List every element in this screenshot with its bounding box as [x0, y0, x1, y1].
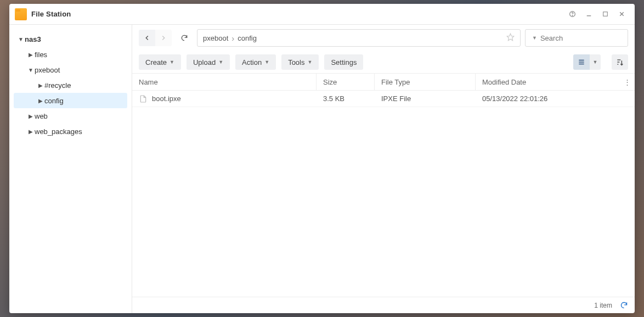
sidebar-item-files[interactable]: ▶ files	[14, 47, 127, 62]
forward-button[interactable]	[155, 30, 172, 46]
help-button[interactable]	[564, 7, 580, 22]
sidebar-item-pxeboot[interactable]: ▼ pxeboot	[14, 62, 127, 77]
svg-rect-3	[603, 12, 607, 16]
file-name: boot.ipxe	[152, 94, 181, 103]
maximize-button[interactable]	[597, 7, 613, 22]
file-list: boot.ipxe 3.5 KB IPXE File 05/13/2022 22…	[132, 91, 635, 297]
chevron-right-icon: ▶	[37, 82, 44, 88]
button-label: Upload	[193, 58, 216, 66]
sidebar-item-label: config	[44, 97, 64, 105]
main-panel: pxeboot › config ▼ Create ▼	[132, 25, 635, 313]
column-menu-button[interactable]: ⋮	[619, 74, 635, 90]
star-icon[interactable]	[506, 33, 515, 43]
chevron-right-icon: ▶	[37, 98, 44, 104]
reload-button[interactable]	[176, 30, 193, 46]
chevron-down-icon: ▼	[27, 67, 35, 73]
svg-marker-6	[507, 34, 514, 41]
file-station-window: File Station ▼ nas3 ▶ files ▼ p	[9, 4, 635, 313]
sidebar-item-label: web_packages	[35, 127, 82, 136]
chevron-down-icon: ▼	[17, 36, 25, 42]
view-dropdown-button[interactable]: ▼	[590, 54, 601, 70]
chevron-down-icon: ▼	[218, 59, 223, 65]
sidebar: ▼ nas3 ▶ files ▼ pxeboot ▶ #recycle ▶ co…	[9, 25, 132, 313]
button-label: Settings	[331, 58, 357, 66]
svg-point-1	[572, 15, 573, 16]
column-header-type[interactable]: File Type	[375, 74, 476, 90]
file-type: IPXE File	[375, 94, 476, 103]
window-body: ▼ nas3 ▶ files ▼ pxeboot ▶ #recycle ▶ co…	[9, 25, 635, 313]
upload-button[interactable]: Upload ▼	[187, 54, 230, 70]
sidebar-item-label: pxeboot	[35, 66, 60, 74]
action-button[interactable]: Action ▼	[235, 54, 276, 70]
sidebar-item-config[interactable]: ▶ config	[14, 93, 127, 108]
column-header-date[interactable]: Modified Date	[476, 74, 619, 90]
create-button[interactable]: Create ▼	[139, 54, 181, 70]
navbar: pxeboot › config ▼	[132, 25, 635, 51]
sidebar-item-recycle[interactable]: ▶ #recycle	[14, 77, 127, 93]
button-label: Create	[145, 58, 167, 66]
close-button[interactable]	[614, 7, 629, 22]
chevron-right-icon: ▶	[27, 129, 35, 135]
toolbar: Create ▼ Upload ▼ Action ▼ Tools ▼ Setti…	[132, 51, 635, 73]
list-view-button[interactable]	[573, 54, 590, 70]
chevron-down-icon: ▼	[308, 59, 313, 65]
button-label: Tools	[288, 58, 304, 66]
chevron-right-icon: ›	[231, 34, 234, 43]
tree-root[interactable]: ▼ nas3	[14, 31, 127, 47]
sidebar-item-label: files	[35, 51, 47, 59]
tree-root-label: nas3	[25, 35, 41, 43]
file-icon	[139, 94, 148, 103]
titlebar: File Station	[9, 4, 635, 25]
sidebar-item-label: #recycle	[44, 81, 71, 90]
table-row[interactable]: boot.ipxe 3.5 KB IPXE File 05/13/2022 22…	[132, 91, 635, 107]
column-header-size[interactable]: Size	[317, 74, 375, 90]
search-input[interactable]	[540, 34, 632, 42]
back-button[interactable]	[139, 30, 155, 46]
sidebar-item-label: web	[35, 112, 48, 120]
minimize-button[interactable]	[581, 7, 596, 22]
chevron-down-icon: ▼	[170, 59, 174, 65]
chevron-down-icon[interactable]: ▼	[532, 35, 537, 41]
sidebar-item-web-packages[interactable]: ▶ web_packages	[14, 124, 127, 139]
sort-button[interactable]	[612, 54, 628, 70]
item-count: 1 item	[594, 302, 612, 309]
settings-button[interactable]: Settings	[324, 54, 363, 70]
button-label: Action	[242, 58, 262, 66]
column-header-name[interactable]: Name	[132, 74, 317, 90]
search-box[interactable]: ▼	[525, 29, 628, 47]
chevron-right-icon: ▶	[27, 52, 35, 58]
file-size: 3.5 KB	[317, 94, 375, 103]
tools-button[interactable]: Tools ▼	[281, 54, 319, 70]
breadcrumb-segment[interactable]: pxeboot	[203, 34, 228, 42]
refresh-button[interactable]	[620, 301, 628, 309]
table-header: Name Size File Type Modified Date ⋮	[132, 73, 635, 91]
app-title: File Station	[31, 10, 71, 18]
sidebar-item-web[interactable]: ▶ web	[14, 108, 127, 124]
statusbar: 1 item	[132, 297, 635, 313]
breadcrumb-segment[interactable]: config	[238, 34, 257, 42]
chevron-down-icon: ▼	[264, 59, 269, 65]
app-icon	[15, 8, 27, 20]
chevron-right-icon: ▶	[27, 113, 35, 119]
breadcrumb[interactable]: pxeboot › config	[197, 29, 521, 47]
file-date: 05/13/2022 22:01:26	[476, 94, 635, 103]
